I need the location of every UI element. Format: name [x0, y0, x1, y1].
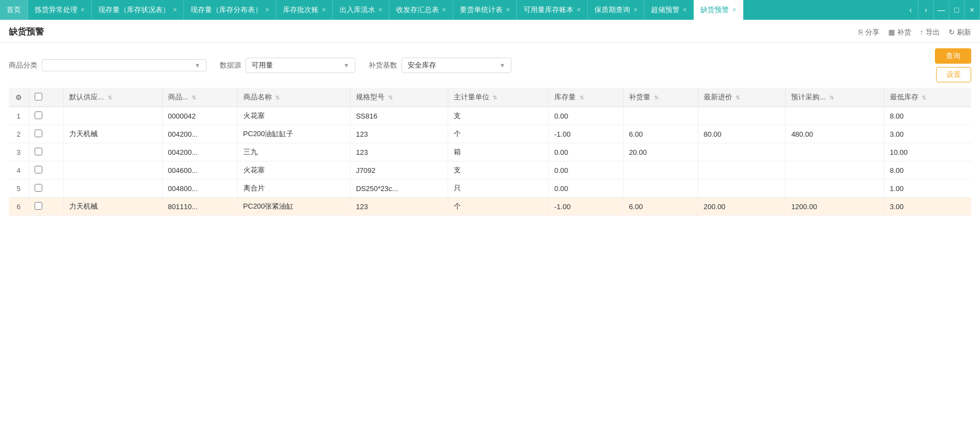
- tab-stock-status-close[interactable]: ×: [173, 6, 177, 14]
- row-checkbox[interactable]: [35, 166, 42, 173]
- sort-spec-icon[interactable]: ⇅: [388, 94, 393, 100]
- row-stock: 0.00: [548, 143, 623, 161]
- tab-flow[interactable]: 出入库流水 ×: [333, 0, 389, 20]
- row-estimated-purchase: 480.00: [786, 125, 884, 143]
- tab-overstock[interactable]: 超储预警 ×: [644, 0, 694, 20]
- tab-shortage[interactable]: 缺货预警 ×: [694, 0, 743, 20]
- refresh-button[interactable]: ↻ 刷新: [949, 27, 971, 37]
- tab-next-button[interactable]: ›: [918, 0, 934, 20]
- row-min-stock: 10.00: [884, 143, 971, 161]
- sort-product-name-icon[interactable]: ⇅: [275, 94, 280, 100]
- row-supplier: [64, 180, 162, 198]
- tab-picking[interactable]: 拣货异常处理 ×: [28, 0, 92, 20]
- column-stock-label: 库存量: [554, 93, 576, 101]
- tab-stock-dist-close[interactable]: ×: [265, 6, 269, 14]
- row-checkbox[interactable]: [35, 202, 42, 210]
- tab-available-label: 可用量库存账本: [524, 5, 573, 15]
- tab-picking-close[interactable]: ×: [81, 6, 85, 14]
- row-latest-price: 80.00: [698, 125, 786, 143]
- tab-stock-dist[interactable]: 现存量（库存分布表） ×: [184, 0, 276, 20]
- select-all-checkbox[interactable]: [35, 93, 42, 100]
- row-replenish-qty: 6.00: [623, 198, 698, 216]
- tab-available[interactable]: 可用量库存账本 ×: [517, 0, 588, 20]
- datasource-select[interactable]: 可用量 ▼: [246, 58, 355, 73]
- main-content: 缺货预警 ⎘ 分享 ▦ 补货 ↑ 导出 ↻ 刷新 商品分类: [0, 20, 980, 437]
- tab-shortage-close[interactable]: ×: [732, 6, 736, 14]
- sort-estimated-purchase-icon[interactable]: ⇅: [829, 94, 834, 100]
- row-checkbox[interactable]: [35, 130, 42, 137]
- row-checkbox[interactable]: [35, 111, 42, 119]
- row-checkbox[interactable]: [35, 184, 42, 192]
- column-replenish-qty-label: 补货量: [629, 93, 650, 101]
- tab-demand-close[interactable]: ×: [506, 6, 510, 14]
- tab-available-close[interactable]: ×: [577, 6, 581, 14]
- row-supplier: [64, 161, 162, 180]
- sort-min-stock-icon[interactable]: ⇅: [922, 94, 926, 100]
- table-row: 2 力天机械 004200... PC200油缸缸子 123 个 -1.00 6…: [9, 125, 971, 143]
- datasource-filter-label: 数据源: [220, 60, 241, 70]
- row-min-stock: 8.00: [884, 107, 971, 125]
- category-select[interactable]: ▼: [42, 59, 207, 71]
- table-header-row: ⚙ 默认供应... ⇅ 商品... ⇅ 商品名称 ⇅: [9, 88, 971, 107]
- row-num: 5: [9, 180, 29, 198]
- column-estimated-purchase: 预计采购... ⇅: [786, 88, 884, 107]
- replenish-label: 补货: [897, 27, 911, 37]
- sort-replenish-qty-icon[interactable]: ⇅: [654, 94, 659, 100]
- row-product-name: 离合片: [237, 180, 350, 198]
- column-product-name-label: 商品名称: [243, 93, 272, 101]
- row-estimated-purchase: [786, 180, 884, 198]
- tab-close-window-button[interactable]: ×: [965, 0, 980, 20]
- tab-maximize-button[interactable]: □: [949, 0, 965, 20]
- tab-prev-button[interactable]: ‹: [903, 0, 918, 20]
- replenish-filter-group: 补货基数 安全库存 ▼: [369, 58, 511, 73]
- column-replenish-qty: 补货量 ⇅: [623, 88, 698, 107]
- tab-flow-label: 出入库流水: [339, 5, 375, 15]
- query-button[interactable]: 查询: [935, 48, 971, 64]
- sort-stock-icon[interactable]: ⇅: [580, 94, 584, 100]
- tab-shortage-label: 缺货预警: [700, 5, 729, 15]
- tab-overstock-close[interactable]: ×: [683, 6, 687, 14]
- replenish-select[interactable]: 安全库存 ▼: [402, 58, 511, 73]
- tab-minimize-button[interactable]: —: [934, 0, 949, 20]
- column-product-name: 商品名称 ⇅: [237, 88, 350, 107]
- sort-product-code-icon[interactable]: ⇅: [192, 94, 196, 100]
- tab-demand[interactable]: 要货单统计表 ×: [453, 0, 517, 20]
- category-select-arrow: ▼: [194, 62, 201, 69]
- row-product-code: 801110...: [162, 198, 237, 216]
- filter-bar: 商品分类 ▼ 数据源 可用量 ▼ 补货基数 安全库存 ▼ 查询 设置: [0, 43, 980, 88]
- header-actions: ⎘ 分享 ▦ 补货 ↑ 导出 ↻ 刷新: [859, 27, 972, 37]
- row-num: 1: [9, 107, 29, 125]
- gear-icon[interactable]: ⚙: [15, 93, 22, 102]
- export-button[interactable]: ↑ 导出: [920, 27, 940, 37]
- row-product-name: 三九: [237, 143, 350, 161]
- page-header: 缺货预警 ⎘ 分享 ▦ 补货 ↑ 导出 ↻ 刷新: [0, 20, 980, 43]
- tab-stock-dist-label: 现存量（库存分布表）: [191, 5, 262, 15]
- tab-batch-label: 库存批次账: [283, 5, 319, 15]
- row-product-name: PC200油缸缸子: [237, 125, 350, 143]
- settings-button[interactable]: 设置: [936, 67, 971, 82]
- column-product-code: 商品... ⇅: [162, 88, 237, 107]
- row-replenish-qty: 6.00: [623, 125, 698, 143]
- share-button[interactable]: ⎘ 分享: [859, 27, 879, 37]
- tab-flow-close[interactable]: ×: [378, 6, 382, 14]
- tab-home[interactable]: 首页: [0, 0, 28, 20]
- tab-batch[interactable]: 库存批次账 ×: [276, 0, 333, 20]
- table-container: ⚙ 默认供应... ⇅ 商品... ⇅ 商品名称 ⇅: [0, 88, 980, 216]
- tab-expiry[interactable]: 保质期查询 ×: [588, 0, 644, 20]
- table-row: 3 004200... 三九 123 箱 0.00 20.00 10.00: [9, 143, 971, 161]
- tab-expiry-close[interactable]: ×: [633, 6, 637, 14]
- table-row: 1 0000042 火花塞 SS816 支 0.00 8.00: [9, 107, 971, 125]
- tab-summary-close[interactable]: ×: [442, 6, 446, 14]
- replenish-button[interactable]: ▦ 补货: [888, 27, 911, 37]
- row-stock: 0.00: [548, 161, 623, 180]
- share-label: 分享: [865, 27, 879, 37]
- row-checkbox[interactable]: [35, 148, 42, 155]
- export-label: 导出: [926, 27, 940, 37]
- sort-supplier-icon[interactable]: ⇅: [108, 94, 112, 100]
- replenish-icon: ▦: [888, 28, 895, 36]
- sort-unit-icon[interactable]: ⇅: [493, 94, 497, 100]
- sort-latest-price-icon[interactable]: ⇅: [736, 94, 740, 100]
- tab-stock-status[interactable]: 现存量（库存状况表） ×: [92, 0, 184, 20]
- tab-summary[interactable]: 收发存汇总表 ×: [389, 0, 453, 20]
- tab-batch-close[interactable]: ×: [322, 6, 326, 14]
